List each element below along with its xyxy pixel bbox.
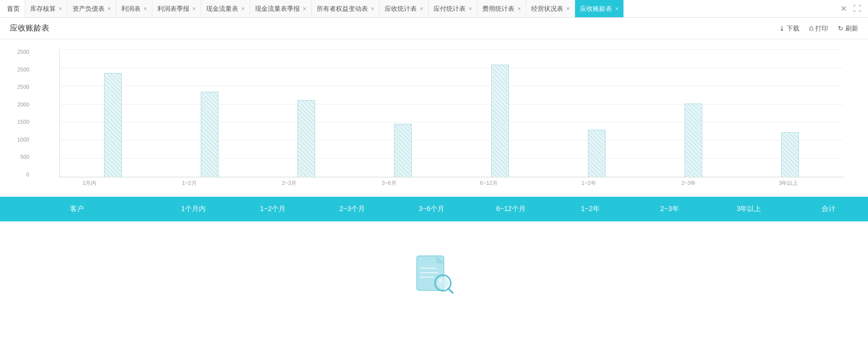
y-axis: 2500250025002000150010005000 — [17, 49, 29, 178]
th-cell: 合计 — [789, 205, 868, 213]
tab-ar-aging[interactable]: 应收账龄表× — [575, 0, 624, 18]
th-cell: 1~2个月 — [233, 205, 313, 213]
download-button[interactable]: ⤓ 下载 — [779, 24, 799, 33]
tab-label: 所有者权益变动表 — [317, 4, 368, 13]
th-cell: 2~3个月 — [313, 205, 392, 213]
bar-group — [394, 124, 412, 177]
refresh-icon: ↻ — [838, 25, 843, 32]
tab-label: 应收统计表 — [385, 4, 417, 13]
tab-label: 利润表 — [121, 4, 141, 13]
x-label: 1~2月 — [177, 179, 202, 187]
tab-close-ar-aging[interactable]: × — [615, 5, 618, 12]
refresh-label: 刷新 — [845, 24, 858, 33]
tab-label: 应收账龄表 — [580, 4, 612, 13]
bar-group — [297, 100, 315, 177]
tab-close-operation[interactable]: × — [566, 5, 570, 12]
tab-label: 库存核算 — [30, 4, 56, 13]
x-label: 2~3月 — [277, 179, 301, 187]
tab-ar-stats[interactable]: 应收统计表× — [380, 0, 429, 18]
th-cell: 3年以上 — [709, 205, 789, 213]
bar-group — [685, 104, 702, 177]
refresh-button[interactable]: ↻ 刷新 — [838, 24, 858, 33]
close-button[interactable]: ✕ — [838, 4, 848, 14]
th-cell: 客户 — [0, 205, 154, 213]
bar — [588, 130, 606, 177]
bar — [297, 100, 315, 177]
th-cell: 1个月内 — [154, 205, 233, 213]
bar — [491, 65, 509, 177]
print-button[interactable]: ⎙ 打印 — [809, 24, 828, 33]
svg-point-9 — [438, 279, 442, 283]
chart-bars — [60, 49, 843, 177]
bar — [781, 132, 799, 177]
tab-label: 应付统计表 — [434, 4, 466, 13]
tab-ap-stats[interactable]: 应付统计表× — [429, 0, 477, 18]
th-cell: 2~3年 — [630, 205, 709, 213]
bar — [104, 73, 122, 177]
window-controls: ✕ ⛶ — [838, 4, 866, 14]
table-header: 客户1个月内1~2个月2~3个月3~6个月6~12个月1~2年2~3年3年以上合… — [0, 197, 868, 221]
th-cell: 3~6个月 — [392, 205, 471, 213]
tab-equity[interactable]: 所有者权益变动表× — [312, 0, 380, 18]
chart-section: 2500250025002000150010005000 1月内1~2月2~3月… — [0, 39, 868, 192]
x-label: 3年以上 — [776, 179, 801, 187]
print-icon: ⎙ — [809, 25, 813, 32]
tab-home-label: 首页 — [7, 4, 20, 13]
tab-cashflow[interactable]: 现金流量表× — [201, 0, 250, 18]
tab-balance[interactable]: 资产负债表× — [68, 0, 116, 18]
bar-group — [781, 132, 799, 177]
y-label: 500 — [20, 154, 29, 160]
tab-home[interactable]: 首页 — [2, 0, 25, 18]
chart-container — [59, 49, 843, 178]
tab-close-ar-stats[interactable]: × — [420, 5, 423, 12]
tab-close-equity[interactable]: × — [371, 5, 374, 12]
tab-expense[interactable]: 费用统计表× — [477, 0, 526, 18]
x-axis: 1月内1~2月2~3月3~6月6~12月1~2年2~3年3年以上 — [35, 178, 843, 187]
tab-close-profit-quarter[interactable]: × — [192, 5, 196, 12]
bar — [394, 124, 412, 177]
tab-close-profit[interactable]: × — [144, 5, 147, 12]
tab-operation[interactable]: 经营状况表× — [526, 0, 575, 18]
tab-cashflow-quarter[interactable]: 现金流量表季报× — [250, 0, 312, 18]
empty-state — [0, 221, 868, 320]
tab-close-cashflow[interactable]: × — [241, 5, 245, 12]
bar-group — [588, 130, 606, 177]
tab-profit[interactable]: 利润表× — [116, 0, 152, 18]
y-label: 2500 — [17, 67, 29, 72]
tab-profit-quarter[interactable]: 利润表季报× — [152, 0, 201, 18]
maximize-button[interactable]: ⛶ — [852, 4, 862, 14]
tab-inventory[interactable]: 库存核算× — [25, 0, 68, 18]
bar-group — [201, 92, 218, 177]
tab-close-cashflow-quarter[interactable]: × — [303, 5, 306, 12]
y-label: 2500 — [17, 49, 29, 55]
bar — [685, 104, 702, 177]
bar-group — [491, 65, 509, 177]
x-label: 3~6月 — [377, 179, 401, 187]
x-label: 6~12月 — [476, 179, 501, 187]
tab-close-inventory[interactable]: × — [59, 5, 62, 12]
bar — [201, 92, 218, 177]
empty-icon — [409, 251, 459, 300]
y-label: 1500 — [17, 119, 29, 125]
tab-close-expense[interactable]: × — [517, 5, 521, 12]
tab-label: 利润表季报 — [157, 4, 189, 13]
th-cell: 1~2年 — [550, 205, 630, 213]
page-header: 应收账龄表 ⤓ 下载 ⎙ 打印 ↻ 刷新 — [0, 18, 868, 39]
th-cell: 6~12个月 — [471, 205, 550, 213]
tab-close-ap-stats[interactable]: × — [469, 5, 472, 12]
y-label: 1000 — [17, 137, 29, 142]
page-title: 应收账龄表 — [10, 23, 49, 34]
x-label: 2~3年 — [676, 179, 701, 187]
tab-label: 经营状况表 — [531, 4, 563, 13]
bar-group — [104, 73, 122, 177]
y-label: 2500 — [17, 84, 29, 90]
header-actions: ⤓ 下载 ⎙ 打印 ↻ 刷新 — [779, 24, 858, 33]
tab-label: 费用统计表 — [482, 4, 514, 13]
print-label: 打印 — [815, 24, 828, 33]
x-label: 1月内 — [77, 179, 102, 187]
tab-label: 现金流量表季报 — [255, 4, 300, 13]
main-content: 2500250025002000150010005000 1月内1~2月2~3月… — [0, 39, 868, 355]
tab-close-balance[interactable]: × — [108, 5, 111, 12]
download-label: 下载 — [787, 24, 799, 33]
tab-label: 现金流量表 — [206, 4, 238, 13]
